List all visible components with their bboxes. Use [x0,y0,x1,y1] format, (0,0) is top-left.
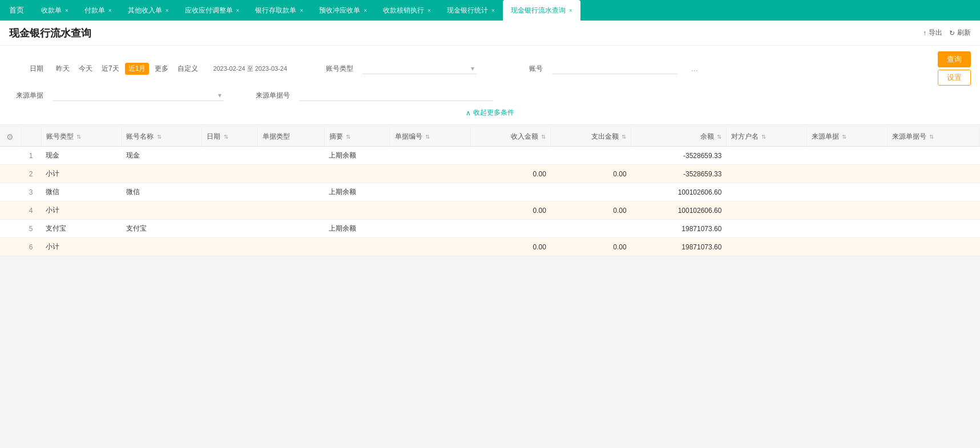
close-tab-icon[interactable]: × [166,7,169,14]
nav-tab-qitashouru[interactable]: 其他收入单 × [120,0,177,21]
close-tab-icon[interactable]: × [108,7,112,14]
query-button[interactable]: 查询 [938,51,971,67]
column-settings-icon[interactable]: ⚙ [6,132,14,142]
nav-tab-liushui[interactable]: 现金银行流水查询 × [503,0,580,21]
col-expense-header[interactable]: 支出金额 ⇅ [551,127,631,147]
date-7days[interactable]: 近7天 [98,63,123,75]
close-tab-icon[interactable]: × [65,7,68,14]
nav-tab-yinhangcunqu[interactable]: 银行存取款单 × [247,0,311,21]
table-body: 1 现金 现金 上期余额 -3528659.33 2 小计 0.00 0.00 … [0,147,980,256]
refresh-button[interactable]: ↻ 刷新 [949,28,971,38]
row-source-doc [806,165,887,183]
col-summary-header[interactable]: 摘要 ⇅ [324,127,390,147]
top-navigation: 首页 收款单 × 付款单 × 其他收入单 × 应收应付调整单 × 银行存取款单 … [0,0,980,21]
col-account-type-header[interactable]: 账号类型 ⇅ [41,127,122,147]
source-doc-select[interactable]: ▾ [53,90,224,101]
account-type-select[interactable]: ▾ [362,63,477,74]
col-income-header[interactable]: 收入金额 ⇅ [470,127,551,147]
export-icon: ↑ [923,29,926,37]
sort-icon: ⇅ [842,134,846,140]
row-counterpart [726,220,806,238]
date-1month[interactable]: 近1月 [125,63,150,75]
date-yesterday[interactable]: 昨天 [53,63,73,75]
row-source-doc [806,220,887,238]
page-title: 现金银行流水查询 [9,26,91,40]
nav-tab-xianjinyinhang[interactable]: 现金银行统计 × [439,0,503,21]
account-input-wrap [552,63,677,74]
row-source-doc [806,183,887,201]
row-doc-no [390,165,470,183]
row-gear-cell [0,201,21,220]
row-balance: -3528659.33 [631,147,727,165]
nav-tab-yushou[interactable]: 预收冲应收单 × [311,0,375,21]
row-doc-type [257,165,324,183]
col-balance-header[interactable]: 余额 ⇅ [631,127,727,147]
source-doc-no-input[interactable] [301,91,491,99]
col-source-doc-no-header[interactable]: 来源单据号 ⇅ [887,127,979,147]
account-input[interactable] [554,64,675,72]
row-account-name [122,201,202,220]
collapse-more-conditions[interactable]: ∧ 收起更多条件 [9,106,971,119]
sort-icon: ⇅ [929,134,934,140]
nav-tab-shoukuanhexiao[interactable]: 收款核销执行 × [375,0,439,21]
row-income: 0.00 [470,201,551,220]
filter-row-1: 日期 昨天 今天 近7天 近1月 更多 自定义 2023-02-24 至 202… [9,51,971,86]
col-doc-type-header: 单据类型 [257,127,324,147]
row-doc-type [257,183,324,201]
row-doc-type [257,201,324,220]
table-section: ⚙ 账号类型 ⇅ 账号名称 ⇅ 日期 ⇅ 单据类型 [0,127,980,256]
col-source-doc-header[interactable]: 来源单据 ⇅ [806,127,887,147]
close-tab-icon[interactable]: × [491,7,495,14]
settings-button[interactable]: 设置 [938,70,971,86]
table-row: 2 小计 0.00 0.00 -3528659.33 [0,165,980,183]
filter-section: 日期 昨天 今天 近7天 近1月 更多 自定义 2023-02-24 至 202… [0,46,980,125]
row-doc-no [390,147,470,165]
col-counterpart-header[interactable]: 对方户名 ⇅ [726,127,806,147]
close-tab-icon[interactable]: × [428,7,431,14]
data-table: ⚙ 账号类型 ⇅ 账号名称 ⇅ 日期 ⇅ 单据类型 [0,127,980,256]
date-custom[interactable]: 自定义 [174,63,201,75]
row-doc-no [390,183,470,201]
date-today[interactable]: 今天 [75,63,96,75]
row-account-name [122,165,202,183]
page-header: 现金银行流水查询 ↑ 导出 ↻ 刷新 [0,21,980,46]
source-doc-no-input-wrap [299,90,493,101]
close-tab-icon[interactable]: × [364,7,367,14]
row-account-type: 支付宝 [41,220,122,238]
table-header: ⚙ 账号类型 ⇅ 账号名称 ⇅ 日期 ⇅ 单据类型 [0,127,980,147]
row-counterpart [726,147,806,165]
row-counterpart [726,183,806,201]
close-tab-icon[interactable]: × [300,7,303,14]
nav-tab-shoukuandan[interactable]: 收款单 × [33,0,76,21]
col-account-name-header[interactable]: 账号名称 ⇅ [122,127,202,147]
row-source-doc-no [887,238,979,256]
chevron-up-icon: ∧ [466,109,471,117]
nav-tab-fukuandan[interactable]: 付款单 × [76,0,120,21]
row-date [202,220,258,238]
col-doc-no-header[interactable]: 单据编号 ⇅ [390,127,470,147]
date-more[interactable]: 更多 [151,63,172,75]
sort-icon: ⇅ [346,134,350,140]
close-tab-icon[interactable]: × [236,7,240,14]
row-expense: 0.00 [551,165,631,183]
refresh-icon: ↻ [949,29,955,37]
row-source-doc [806,147,887,165]
row-account-name: 支付宝 [122,220,202,238]
row-balance: 19871073.60 [631,220,727,238]
close-tab-icon[interactable]: × [569,7,572,14]
row-gear-cell [0,165,21,183]
chevron-down-icon: ▾ [471,64,474,72]
row-income [470,183,551,201]
account-more-icon[interactable]: ... [691,64,698,73]
export-button[interactable]: ↑ 导出 [923,28,942,38]
sort-icon: ⇅ [541,134,546,140]
row-number: 3 [21,183,41,201]
col-date-header[interactable]: 日期 ⇅ [202,127,258,147]
row-expense [551,220,631,238]
account-type-label: 账号类型 [319,64,353,74]
row-doc-type [257,220,324,238]
nav-home[interactable]: 首页 [0,0,33,21]
nav-tab-yingshouyingfu[interactable]: 应收应付调整单 × [177,0,248,21]
row-source-doc-no [887,147,979,165]
row-summary [324,238,390,256]
